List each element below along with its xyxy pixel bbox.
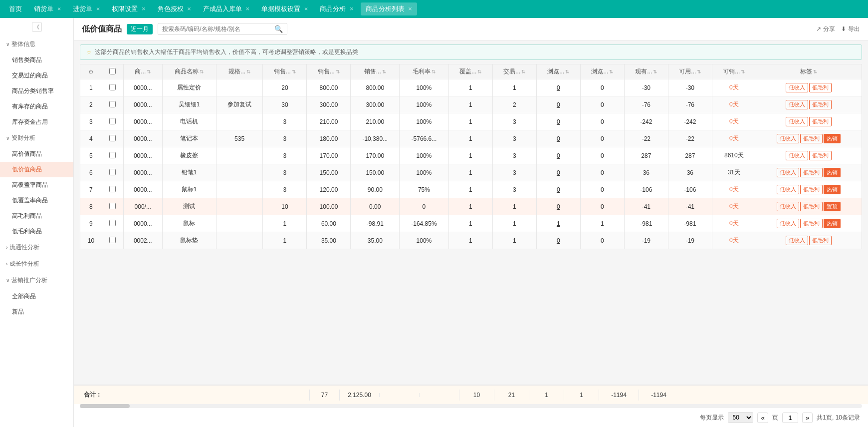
sort-icon-margin[interactable]: ⇅	[432, 69, 435, 74]
sidebar-item-high-value[interactable]: 高价值商品	[0, 146, 73, 162]
cell-browse1[interactable]: 0	[536, 164, 580, 181]
row-checkbox[interactable]	[109, 203, 116, 209]
next-page-button[interactable]: »	[802, 413, 813, 423]
cell-checkbox[interactable]	[102, 164, 123, 181]
sort-icon-browse2[interactable]: ⇅	[609, 69, 613, 74]
row-checkbox[interactable]	[109, 169, 116, 175]
sidebar-item-traded-goods[interactable]: 交易过的商品	[0, 68, 73, 83]
col-settings[interactable]: ⚙	[80, 64, 102, 79]
cell-checkbox[interactable]	[102, 181, 123, 198]
browse-link[interactable]: 0	[557, 152, 560, 159]
settings-gear-icon[interactable]: ⚙	[88, 68, 94, 75]
cell-checkbox[interactable]	[102, 113, 123, 130]
browse-link[interactable]: 0	[557, 169, 560, 176]
sort-icon-trade[interactable]: ⇅	[521, 69, 525, 74]
nav-permissions[interactable]: 权限设置 ×	[107, 2, 150, 15]
filter-tag-recent-month[interactable]: 近一月	[127, 24, 153, 34]
sort-icon-amt[interactable]: ⇅	[336, 69, 340, 74]
cell-checkbox[interactable]	[102, 130, 123, 147]
sort-icon-cost[interactable]: ⇅	[382, 69, 386, 74]
row-checkbox[interactable]	[109, 84, 116, 90]
nav-product-inbound[interactable]: 产成品入库单 ×	[198, 2, 254, 15]
page-number-input[interactable]	[782, 413, 798, 423]
sidebar-item-low-value[interactable]: 低价值商品	[0, 162, 73, 177]
cell-checkbox[interactable]	[102, 96, 123, 113]
sidebar-item-inventory-goods[interactable]: 有库存的商品	[0, 99, 73, 114]
sidebar-item-inventory-capital[interactable]: 库存资金占用	[0, 114, 73, 130]
browse-link[interactable]: 0	[557, 186, 560, 193]
sidebar: 《 ∨ 整体信息 销售类商品 交易过的商品 商品分类销售率 有库存的商品 库存资…	[0, 18, 74, 427]
browse-link[interactable]: 0	[557, 203, 560, 210]
sidebar-item-high-profit[interactable]: 高毛利商品	[0, 208, 73, 224]
prev-page-button[interactable]: «	[757, 413, 768, 423]
sort-icon[interactable]: ⇅	[147, 69, 151, 74]
cell-browse1[interactable]: 1	[536, 215, 580, 232]
browse-link[interactable]: 0	[557, 237, 560, 244]
cell-browse1[interactable]: 0	[536, 198, 580, 215]
browse-link[interactable]: 1	[557, 220, 560, 227]
sort-icon-current[interactable]: ⇅	[653, 69, 657, 74]
row-checkbox[interactable]	[109, 118, 116, 124]
nav-role-auth[interactable]: 角色授权 ×	[153, 2, 196, 15]
sidebar-item-category-sales[interactable]: 商品分类销售率	[0, 83, 73, 99]
select-all-checkbox[interactable]	[109, 68, 116, 74]
cell-browse1[interactable]: 0	[536, 79, 580, 96]
sidebar-item-low-profit[interactable]: 低毛利商品	[0, 224, 73, 239]
browse-link[interactable]: 0	[557, 84, 560, 91]
nav-sales-order[interactable]: 销货单 ×	[29, 2, 66, 15]
sidebar-item-sales-goods[interactable]: 销售类商品	[0, 52, 73, 68]
section-header-finance[interactable]: ∨ 资财分析	[0, 130, 73, 146]
cell-browse1[interactable]: 0	[536, 181, 580, 198]
browse-link[interactable]: 0	[557, 101, 560, 108]
nav-product-analysis-list[interactable]: 商品分析列表 ×	[361, 2, 417, 15]
col-checkbox[interactable]	[102, 64, 123, 79]
share-button[interactable]: ↗ 分享	[816, 25, 835, 33]
sidebar-item-low-coverage[interactable]: 低覆盖率商品	[0, 193, 73, 208]
sort-icon-available[interactable]: ⇅	[697, 69, 701, 74]
sort-icon-qty[interactable]: ⇅	[292, 69, 296, 74]
sort-icon-name[interactable]: ⇅	[200, 69, 204, 74]
nav-purchase-order[interactable]: 进货单 ×	[68, 2, 105, 15]
row-checkbox[interactable]	[109, 152, 116, 158]
cell-browse1[interactable]: 0	[536, 147, 580, 164]
cell-checkbox[interactable]	[102, 232, 123, 249]
row-checkbox[interactable]	[109, 220, 116, 226]
sort-icon-spec[interactable]: ⇅	[246, 69, 250, 74]
cell-browse1[interactable]: 0	[536, 130, 580, 147]
section-header-marketing[interactable]: ∨ 营销推广分析	[0, 272, 73, 289]
section-header-liquidity[interactable]: › 流通性分析	[0, 239, 73, 256]
sort-icon-browse1[interactable]: ⇅	[565, 69, 569, 74]
row-checkbox[interactable]	[109, 237, 116, 243]
nav-product-analysis[interactable]: 商品分析 ×	[315, 2, 358, 15]
sidebar-item-all-goods[interactable]: 全部商品	[0, 289, 73, 304]
browse-link[interactable]: 0	[557, 118, 560, 125]
cell-browse1[interactable]: 0	[536, 96, 580, 113]
section-header-overview[interactable]: ∨ 整体信息	[0, 36, 73, 52]
cell-checkbox[interactable]	[102, 79, 123, 96]
sort-icon-tags[interactable]: ⇅	[813, 69, 817, 74]
sidebar-item-high-coverage[interactable]: 高覆盖率商品	[0, 177, 73, 193]
section-header-growth[interactable]: › 成长性分析	[0, 256, 73, 272]
table-container[interactable]: ⚙ 商...⇅ 商品名称⇅ 规格...⇅ 销售...⇅ 销售...⇅ 销售...…	[74, 64, 868, 385]
search-icon[interactable]: 🔍	[274, 25, 283, 33]
row-checkbox[interactable]	[109, 186, 116, 192]
sidebar-item-new-goods[interactable]: 新品	[0, 304, 73, 320]
export-button[interactable]: ⬇ 导出	[841, 25, 860, 33]
search-input[interactable]	[162, 25, 272, 32]
row-checkbox[interactable]	[109, 101, 116, 107]
horizontal-scrollbar[interactable]	[80, 404, 130, 408]
cell-browse1[interactable]: 0	[536, 232, 580, 249]
sort-icon-saleable[interactable]: ⇅	[741, 69, 745, 74]
sort-icon-coverage[interactable]: ⇅	[477, 69, 481, 74]
browse-link[interactable]: 0	[557, 135, 560, 142]
cell-checkbox[interactable]	[102, 198, 123, 215]
cell-checkbox[interactable]	[102, 147, 123, 164]
cell-browse1[interactable]: 0	[536, 113, 580, 130]
nav-template-settings[interactable]: 单据模板设置 ×	[256, 2, 313, 15]
cell-checkbox[interactable]	[102, 215, 123, 232]
collapse-button[interactable]: 《	[32, 22, 42, 32]
nav-home[interactable]: 首页	[4, 2, 27, 15]
page-size-select[interactable]: 50 100 200	[728, 412, 753, 423]
row-checkbox[interactable]	[109, 135, 116, 141]
info-banner: ☆ 这部分商品的销售收入大幅低于商品平均销售收入，价值不高，可考虑调整营销策略，…	[80, 44, 862, 60]
